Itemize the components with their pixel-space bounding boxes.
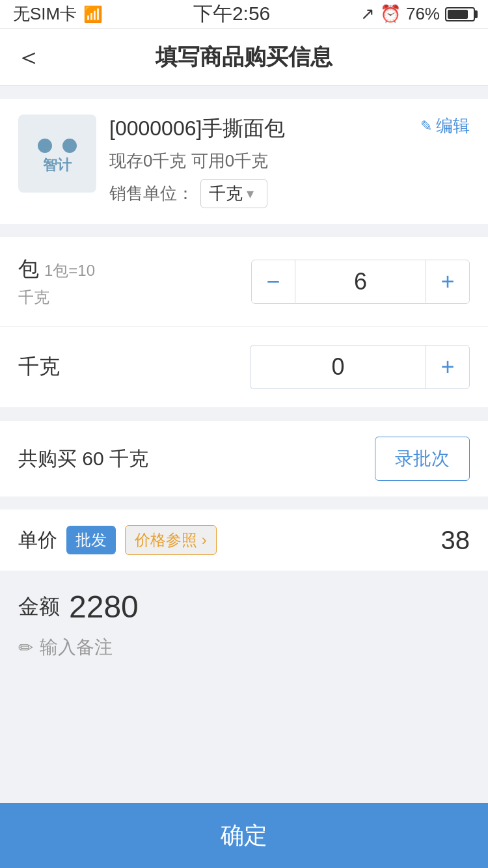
alarm-icon: ⏰ — [380, 4, 401, 24]
battery-label: 76% — [406, 4, 440, 24]
status-left: 无SIM卡 📶 — [13, 3, 103, 25]
product-image: 智计 — [18, 115, 96, 193]
confirm-button[interactable]: 确定 — [0, 803, 488, 868]
amount-row: 金额 2280 — [18, 589, 470, 625]
back-button[interactable]: ＜ — [16, 39, 42, 75]
summary-text: 共购买 60 千克 — [18, 446, 148, 472]
amount-value: 2280 — [69, 589, 139, 625]
amount-label: 金额 — [18, 593, 60, 621]
battery-icon — [445, 7, 475, 21]
product-logo: 智计 — [38, 132, 77, 175]
price-value: 38 — [441, 526, 470, 555]
bao-label: 包1包=10千克 — [18, 255, 109, 308]
price-label: 单价 — [18, 527, 57, 554]
bao-plus-button[interactable]: + — [426, 260, 470, 304]
note-row[interactable]: ✏ 输入备注 — [18, 635, 470, 660]
price-section: 单价 批发 价格参照 › 38 — [0, 509, 488, 571]
confirm-label: 确定 — [221, 820, 267, 852]
kg-plus-button[interactable]: + — [426, 345, 470, 389]
input-section: 包1包=10千克 − + 千克 + — [0, 237, 488, 408]
status-right: ↗ ⏰ 76% — [360, 4, 475, 24]
summary-row: 共购买 60 千克 录批次 — [0, 421, 488, 496]
price-row: 单价 批发 价格参照 › 38 — [18, 525, 470, 555]
chevron-down-icon: ▾ — [247, 185, 254, 202]
unit-select[interactable]: 千克 ▾ — [200, 179, 267, 208]
note-placeholder: 输入备注 — [40, 635, 113, 660]
nav-bar: ＜ 填写商品购买信息 — [0, 29, 488, 86]
kg-controls: + — [250, 345, 470, 389]
product-info: [0000006]手撕面包 现存0千克 可用0千克 销售单位： 千克 ▾ — [109, 115, 470, 208]
status-time: 下午2:56 — [193, 1, 270, 27]
bao-row: 包1包=10千克 − + — [0, 237, 488, 327]
status-bar: 无SIM卡 📶 下午2:56 ↗ ⏰ 76% — [0, 0, 488, 29]
page-title: 填写商品购买信息 — [156, 42, 332, 72]
unit-value: 千克 — [209, 182, 243, 205]
location-icon: ↗ — [360, 4, 375, 24]
product-section: 智计 [0000006]手撕面包 现存0千克 可用0千克 销售单位： 千克 ▾ … — [0, 99, 488, 224]
owl-eye-left — [38, 139, 52, 153]
bao-minus-button[interactable]: − — [251, 260, 295, 304]
bao-controls: − + — [251, 260, 470, 304]
kg-label: 千克 — [18, 353, 109, 381]
bao-input[interactable] — [295, 260, 426, 304]
price-tag-badge: 批发 — [66, 526, 116, 554]
owl-eye-right — [62, 139, 77, 153]
product-stock: 现存0千克 可用0千克 — [109, 150, 470, 172]
owl-text: 智计 — [38, 156, 77, 175]
edit-label: 编辑 — [436, 115, 470, 137]
wifi-icon: 📶 — [83, 5, 103, 23]
carrier-label: 无SIM卡 — [13, 3, 77, 25]
kg-row: 千克 + — [0, 327, 488, 408]
edit-button[interactable]: ✎ 编辑 — [420, 115, 470, 137]
product-unit-row: 销售单位： 千克 ▾ — [109, 179, 470, 208]
unit-label: 销售单位： — [109, 182, 194, 205]
batch-button[interactable]: 录批次 — [375, 437, 470, 481]
pencil-icon: ✏ — [18, 637, 33, 658]
edit-icon: ✎ — [420, 118, 432, 135]
price-ref-button[interactable]: 价格参照 › — [125, 525, 217, 555]
amount-section: 金额 2280 ✏ 输入备注 — [0, 571, 488, 670]
kg-input[interactable] — [250, 345, 426, 389]
product-name: [0000006]手撕面包 — [109, 115, 470, 143]
